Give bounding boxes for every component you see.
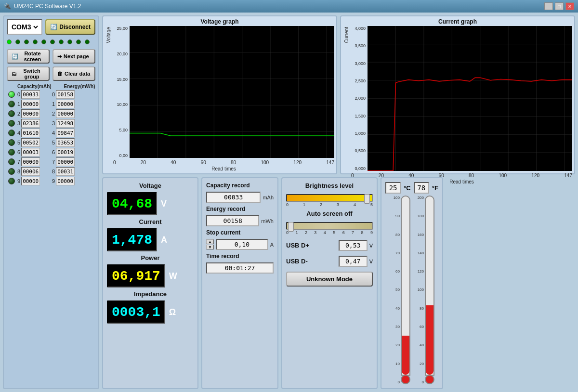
status-dots xyxy=(7,38,95,46)
celsius-unit: °C xyxy=(404,184,411,192)
stop-current-row: ▲ ▼ 0,10 A xyxy=(206,239,274,250)
energy-5: 03653 xyxy=(56,138,75,147)
usb-dminus-display: 0,47 xyxy=(339,256,368,267)
rotate-icon: 🔄 xyxy=(12,53,18,60)
clear-data-button[interactable]: 🗑 Clear data xyxy=(53,66,95,81)
current-y-axis: 4,000 3,500 3,000 2,500 2,000 1,500 1,00… xyxy=(351,26,367,171)
celsius-bulb xyxy=(401,375,410,384)
current-display: 1,478 xyxy=(107,228,157,251)
celsius-display: 25 xyxy=(385,182,401,194)
fahrenheit-bulb xyxy=(425,375,434,384)
app-icon: 🔌 xyxy=(4,3,11,10)
auto-screen-slider-handle[interactable] xyxy=(288,222,294,232)
clear-data-icon: 🗑 xyxy=(57,71,63,77)
dot-2 xyxy=(24,39,29,44)
table-row: 4 01610 4 09847 xyxy=(7,129,95,137)
fahrenheit-unit: °F xyxy=(432,184,438,192)
right-panel: Voltage graph Voltage 25,00 20,00 15,00 … xyxy=(102,15,575,389)
voltage-y-label: Voltage xyxy=(105,26,112,44)
table-row: 3 02386 3 12498 xyxy=(7,119,95,128)
energy-3: 12498 xyxy=(56,119,75,128)
dot-5 xyxy=(50,39,55,44)
table-row: 7 00000 7 00000 xyxy=(7,157,95,166)
power-unit: W xyxy=(169,271,177,281)
cap-8: 00006 xyxy=(21,167,40,176)
brightness-slider-container: 0 1 2 3 4 5 xyxy=(286,192,373,207)
energy-record-label: Energy record xyxy=(206,206,274,212)
led-0 xyxy=(8,91,15,98)
energy-4: 09847 xyxy=(56,129,75,137)
usb-dplus-label: USB D+ xyxy=(286,242,337,249)
graphs-row: Voltage graph Voltage 25,00 20,00 15,00 … xyxy=(102,15,575,174)
voltage-x-label: Read times xyxy=(113,166,334,171)
switch-group-button[interactable]: 🗂 Switch group xyxy=(7,66,50,81)
brightness-tick-marks: 0 1 2 3 4 5 xyxy=(286,202,373,207)
com-port-dropdown[interactable]: COM3 xyxy=(10,23,39,31)
current-unit: A xyxy=(161,235,167,245)
energy-0: 00158 xyxy=(56,90,75,99)
celsius-scale: 100 90 80 70 60 50 40 30 20 10 0 xyxy=(389,196,400,384)
temperature-displays: 25 °C 78 °F xyxy=(385,182,438,194)
records-panel: Capacity record 00033 mAh Energy record … xyxy=(201,177,278,389)
table-row: 8 00006 8 00031 xyxy=(7,167,95,176)
cap-2: 00000 xyxy=(21,109,40,118)
brightness-slider-track[interactable] xyxy=(286,194,373,202)
power-row: 06,917 W xyxy=(107,264,194,287)
dot-9 xyxy=(85,39,90,44)
stop-current-up[interactable]: ▲ xyxy=(206,239,214,244)
auto-screen-off-label: Auto screen off xyxy=(286,210,373,217)
thermometer-panel: 25 °C 78 °F 100 90 80 70 xyxy=(381,177,443,389)
title-bar: 🔌 UM24C PC Software V1.2 — □ ✕ xyxy=(0,0,578,13)
bottom-section: Voltage 04,68 V Current 1,478 A Power 06… xyxy=(102,177,575,389)
thermometer-tubes: 100 90 80 70 60 50 40 30 20 10 0 xyxy=(385,196,438,384)
voltage-label: Voltage xyxy=(107,182,194,189)
top-controls: COM3 🔄 Disconnect xyxy=(7,19,95,35)
energy-6: 00019 xyxy=(56,148,75,157)
time-record-display: 00:01:27 xyxy=(206,262,274,274)
led-7 xyxy=(8,158,15,165)
voltage-y-axis: 25,00 20,00 15,00 10,00 5,00 0,00 xyxy=(113,26,129,158)
time-record-label: Time record xyxy=(206,253,274,260)
minimize-button[interactable]: — xyxy=(544,2,553,10)
energy-record-display: 00158 xyxy=(206,215,259,226)
voltage-graph-area xyxy=(130,26,334,158)
capacity-record-display: 00033 xyxy=(206,192,261,203)
table-row: 2 00000 2 00000 xyxy=(7,109,95,118)
impedance-unit: Ω xyxy=(169,307,176,317)
voltage-graph-title: Voltage graph xyxy=(105,18,334,25)
switch-group-icon: 🗂 xyxy=(12,71,17,77)
next-page-button[interactable]: ➡ Next page xyxy=(53,49,95,64)
table-row: 6 00003 6 00019 xyxy=(7,148,95,157)
brightness-slider-handle[interactable] xyxy=(364,194,370,204)
impedance-display: 0003,1 xyxy=(107,301,165,324)
table-header: Capacity(mAh) Energy(mWh) xyxy=(7,84,95,89)
app-title: UM24C PC Software V1.2 xyxy=(14,3,81,10)
unknown-mode-button[interactable]: Unknown Mode xyxy=(286,272,373,287)
close-button[interactable]: ✕ xyxy=(565,2,574,10)
com-port-select[interactable]: COM3 xyxy=(7,19,42,35)
disconnect-icon: 🔄 xyxy=(50,24,57,30)
data-table: Capacity(mAh) Energy(mWh) 0 00033 0 0015… xyxy=(7,84,95,385)
capacity-record-unit: mAh xyxy=(263,195,274,200)
energy-7: 00000 xyxy=(56,157,75,166)
auto-screen-slider-track[interactable] xyxy=(286,222,373,230)
voltage-x-labels: 0 20 40 60 80 100 120 147 xyxy=(113,160,334,165)
stop-current-unit: A xyxy=(270,242,274,248)
auto-screen-off-slider-container: 0 1 2 3 4 5 6 7 8 9 xyxy=(286,220,373,235)
fahrenheit-thermometer: 200 180 160 140 120 100 80 60 40 20 0 xyxy=(413,196,434,384)
led-1 xyxy=(8,101,15,107)
power-display: 06,917 xyxy=(107,264,165,287)
stop-current-down[interactable]: ▼ xyxy=(206,245,214,249)
cap-6: 00003 xyxy=(21,148,40,157)
impedance-label: Impedance xyxy=(107,290,194,298)
led-9 xyxy=(8,178,15,184)
energy-8: 00031 xyxy=(56,167,75,176)
maximize-button[interactable]: □ xyxy=(555,2,564,10)
cap-1: 00000 xyxy=(21,100,40,108)
fahrenheit-fill xyxy=(426,305,434,375)
rotate-screen-button[interactable]: 🔄 Rotate screen xyxy=(7,49,50,64)
usb-dminus-row: USB D- 0,47 V xyxy=(286,256,373,267)
cap-0: 00033 xyxy=(21,90,40,99)
disconnect-button[interactable]: 🔄 Disconnect xyxy=(45,19,95,35)
stop-current-label: Stop current xyxy=(206,229,274,236)
